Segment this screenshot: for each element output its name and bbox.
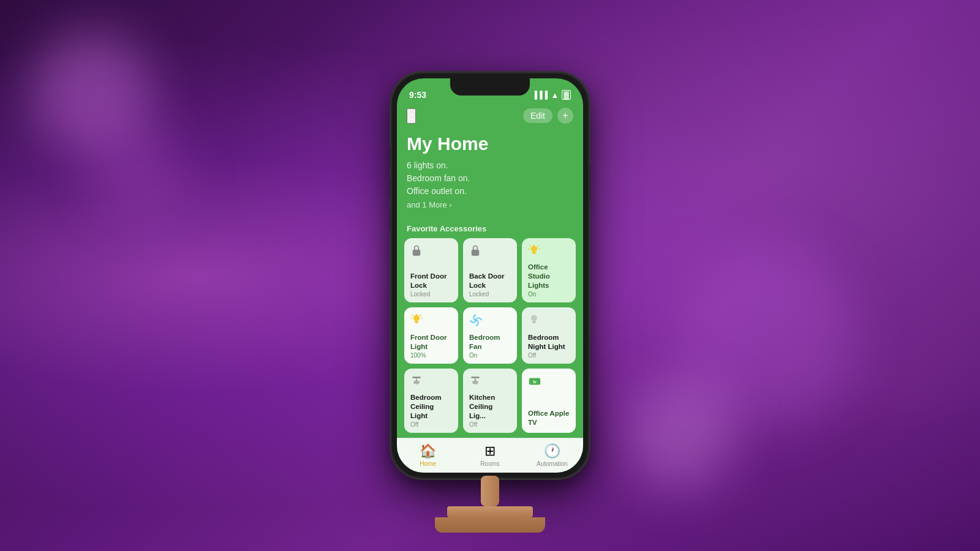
status-summary: 6 lights on. Bedroom fan on. Office outl… <box>407 159 573 198</box>
signal-icon: ▐▐▐ <box>532 91 548 99</box>
battery-icon: ▓ <box>562 90 571 100</box>
tab-automation[interactable]: 🕐 Automation <box>521 443 583 467</box>
accessory-card-front-door-light[interactable]: Front Door Light 100% <box>404 307 458 364</box>
accessory-card-office-studio-lights[interactable]: Office Studio Lights On <box>522 238 576 302</box>
svg-point-11 <box>472 380 478 384</box>
tab-bar: 🏠 Home ⊞ Rooms 🕐 Automation <box>397 438 583 470</box>
phone-device: 9:53 ▐▐▐ ▲ ▓ ⌂ Edit + My Home 6 lights o… <box>392 73 588 478</box>
card-icon-front-door-light <box>410 313 452 329</box>
card-icon-bedroom-fan <box>469 313 511 331</box>
card-icon-bedroom-ceiling-light <box>410 375 452 391</box>
home-indicator <box>397 470 583 473</box>
svg-rect-1 <box>472 250 479 255</box>
more-link[interactable]: and 1 More › <box>407 200 573 209</box>
svg-point-8 <box>413 380 420 384</box>
stand-top <box>447 506 533 517</box>
tab-icon-home: 🏠 <box>420 443 436 459</box>
card-status-office-studio-lights: On <box>528 291 570 298</box>
card-icon-office-studio-lights <box>528 244 570 260</box>
svg-rect-9 <box>471 377 479 378</box>
card-icon-kitchen-ceiling-light <box>469 375 511 391</box>
bokeh-decoration-3 <box>674 245 858 429</box>
svg-text:tv: tv <box>533 379 537 383</box>
card-name-back-door-lock: Back Door Lock <box>469 272 511 290</box>
wifi-icon: ▲ <box>551 91 559 100</box>
stand-coil <box>481 476 499 506</box>
svg-rect-0 <box>413 250 420 255</box>
card-name-kitchen-ceiling-light: Kitchen Ceiling Lig... <box>469 393 511 421</box>
svg-point-5 <box>531 315 537 321</box>
house-icon: ⌂ <box>408 110 415 122</box>
svg-point-3 <box>413 315 420 321</box>
accessory-card-front-door-lock[interactable]: Front Door Lock Locked <box>404 238 458 302</box>
card-name-bedroom-night-light: Bedroom Night Light <box>528 333 570 351</box>
status-time: 9:53 <box>409 90 426 100</box>
bokeh-decoration-2 <box>92 122 184 214</box>
card-status-bedroom-fan: On <box>469 352 511 359</box>
section-title: Favorite Accessories <box>404 224 576 233</box>
tab-icon-rooms: ⊞ <box>484 443 496 459</box>
page-title: My Home <box>407 133 573 154</box>
accessory-card-bedroom-fan[interactable]: Bedroom Fan On <box>463 307 517 364</box>
card-status-front-door-light: 100% <box>410 352 452 359</box>
card-name-office-apple-tv: Office Apple TV <box>528 409 570 427</box>
edit-button[interactable]: Edit <box>523 108 552 123</box>
card-name-bedroom-fan: Bedroom Fan <box>469 333 511 351</box>
card-name-front-door-lock: Front Door Lock <box>410 272 452 290</box>
card-status-kitchen-ceiling-light: Off <box>469 421 511 428</box>
phone-screen: 9:53 ▐▐▐ ▲ ▓ ⌂ Edit + My Home 6 lights o… <box>397 78 583 473</box>
card-icon-front-door-lock <box>410 244 452 260</box>
status-line-3: Office outlet on. <box>407 185 573 198</box>
accessories-grid: Front Door Lock Locked Back Door Lock Lo… <box>404 238 576 433</box>
stand-base <box>435 517 545 533</box>
accessories-section: Favorite Accessories Front Door Lock Loc… <box>397 219 583 438</box>
tab-icon-automation: 🕐 <box>544 443 560 459</box>
card-icon-office-apple-tv: tv <box>528 375 570 392</box>
card-icon-back-door-lock <box>469 244 511 260</box>
card-status-bedroom-ceiling-light: Off <box>410 421 452 428</box>
tab-home[interactable]: 🏠 Home <box>397 443 459 467</box>
bokeh-decoration-1 <box>31 31 153 153</box>
card-status-bedroom-night-light: Off <box>528 352 570 359</box>
card-name-bedroom-ceiling-light: Bedroom Ceiling Light <box>410 393 452 421</box>
tab-label-automation: Automation <box>537 460 568 467</box>
top-nav: ⌂ Edit + <box>397 105 583 129</box>
tab-rooms[interactable]: ⊞ Rooms <box>459 443 521 467</box>
accessory-card-kitchen-ceiling-light[interactable]: Kitchen Ceiling Lig... Off <box>463 369 517 433</box>
tab-label-home: Home <box>420 460 436 467</box>
nav-actions: Edit + <box>523 108 573 124</box>
status-line-1: 6 lights on. <box>407 159 573 172</box>
add-button[interactable]: + <box>557 108 573 124</box>
status-line-2: Bedroom fan on. <box>407 172 573 185</box>
accessory-card-back-door-lock[interactable]: Back Door Lock Locked <box>463 238 517 302</box>
accessory-card-bedroom-night-light[interactable]: Bedroom Night Light Off <box>522 307 576 364</box>
phone-stand <box>435 476 545 533</box>
bokeh-decoration-4 <box>625 380 735 490</box>
home-nav-icon[interactable]: ⌂ <box>407 108 416 124</box>
accessory-card-bedroom-ceiling-light[interactable]: Bedroom Ceiling Light Off <box>404 369 458 433</box>
status-icons: ▐▐▐ ▲ ▓ <box>532 90 571 100</box>
phone-notch <box>450 78 530 96</box>
tab-label-rooms: Rooms <box>480 460 500 467</box>
card-status-front-door-lock: Locked <box>410 291 452 298</box>
svg-point-2 <box>531 246 537 252</box>
card-name-office-studio-lights: Office Studio Lights <box>528 263 570 290</box>
card-icon-bedroom-night-light <box>528 313 570 329</box>
svg-rect-6 <box>412 377 420 378</box>
card-name-front-door-light: Front Door Light <box>410 333 452 351</box>
header-section: My Home 6 lights on. Bedroom fan on. Off… <box>397 129 583 219</box>
accessory-card-office-apple-tv[interactable]: tv Office Apple TV <box>522 369 576 433</box>
card-status-back-door-lock: Locked <box>469 291 511 298</box>
